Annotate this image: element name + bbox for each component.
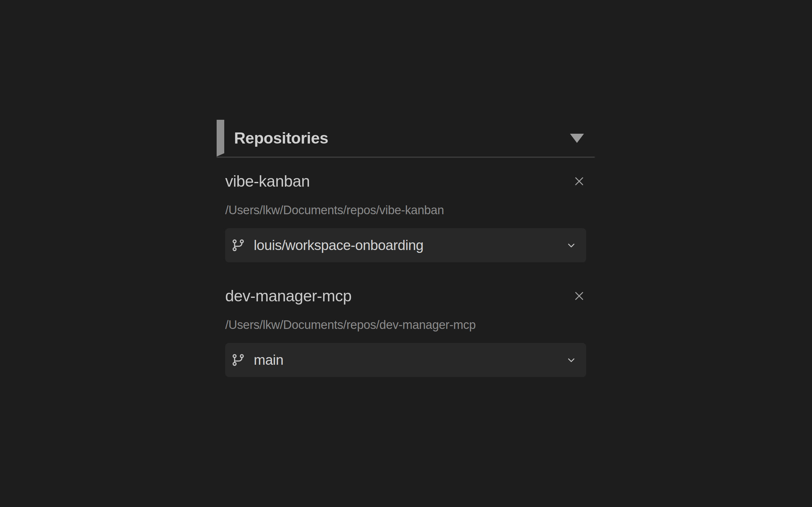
close-icon (572, 289, 586, 303)
panel-title: Repositories (234, 129, 328, 147)
collapse-section-button[interactable] (568, 132, 586, 145)
repo-title-row: vibe-kanban (225, 172, 586, 191)
repo-path: /Users/lkw/Documents/repos/dev-manager-m… (225, 318, 586, 332)
branch-name: louis/workspace-onboarding (254, 237, 423, 253)
close-icon (572, 174, 586, 188)
repo-name: vibe-kanban (225, 172, 310, 191)
branch-name: main (254, 352, 283, 368)
repo-title-row: dev-manager-mcp (225, 286, 586, 305)
repo-name: dev-manager-mcp (225, 286, 351, 305)
chevron-down-icon (566, 354, 577, 365)
remove-repo-button[interactable] (572, 174, 586, 188)
remove-repo-button[interactable] (572, 289, 586, 303)
repositories-header: Repositories (217, 120, 595, 158)
header-accent-bar (217, 120, 224, 157)
branch-selector[interactable]: louis/workspace-onboarding (225, 228, 586, 262)
repo-path: /Users/lkw/Documents/repos/vibe-kanban (225, 203, 586, 217)
chevron-down-icon (566, 240, 577, 250)
branch-selector[interactable]: main (225, 343, 586, 377)
git-branch-icon (232, 353, 245, 367)
repositories-panel: Repositories vibe-kanban /Users/lkw/D (217, 120, 595, 377)
git-branch-icon (232, 239, 245, 252)
repo-card: dev-manager-mcp /Users/lkw/Documents/rep… (225, 286, 586, 377)
repositories-list: vibe-kanban /Users/lkw/Documents/repos/v… (217, 172, 595, 377)
repo-card: vibe-kanban /Users/lkw/Documents/repos/v… (225, 172, 586, 262)
triangle-down-icon (570, 134, 584, 143)
